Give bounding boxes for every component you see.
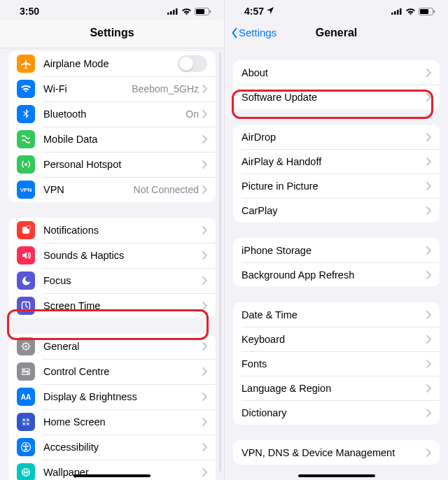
screentime-icon [17, 297, 35, 315]
row-airplay-handoff[interactable]: AirPlay & Handoff [233, 149, 440, 174]
row-wi-fi[interactable]: Wi-FiBeebom_5GHz [8, 76, 216, 101]
row-label: Software Update [241, 92, 426, 103]
row-picture-in-picture[interactable]: Picture in Picture [233, 174, 440, 198]
home-indicator[interactable] [74, 474, 150, 477]
header: Settings [0, 20, 224, 48]
cellular-icon [167, 8, 178, 15]
svg-line-21 [28, 348, 29, 349]
row-label: Date & Time [241, 309, 426, 320]
status-time: 3:50 [20, 6, 39, 17]
svg-point-31 [27, 419, 29, 421]
wifi-icon [181, 8, 192, 15]
row-value: Beebom_5GHz [132, 83, 199, 94]
svg-rect-29 [22, 418, 30, 426]
row-label: Dictionary [241, 407, 426, 418]
row-language-region[interactable]: Language & Region [233, 376, 440, 400]
general-list[interactable]: AboutSoftware UpdateAirDropAirPlay & Han… [225, 48, 448, 480]
svg-point-7 [22, 135, 24, 137]
hotspot-icon [17, 155, 35, 174]
row-iphone-storage[interactable]: iPhone Storage [233, 238, 440, 262]
svg-line-20 [23, 344, 24, 344]
settings-group: VPN, DNS & Device Management [233, 440, 440, 465]
row-mobile-data[interactable]: Mobile Data [8, 127, 216, 152]
status-time: 4:57 [244, 6, 274, 17]
back-button[interactable]: Settings [230, 27, 276, 38]
scrollbar[interactable] [219, 52, 221, 472]
svg-line-23 [28, 344, 29, 344]
row-carplay[interactable]: CarPlay [233, 198, 440, 223]
wifi-icon [405, 8, 416, 15]
toggle[interactable] [178, 55, 207, 72]
svg-point-27 [27, 373, 29, 374]
row-focus[interactable]: Focus [8, 268, 216, 293]
svg-rect-24 [22, 369, 30, 371]
row-sounds-haptics[interactable]: Sounds & Haptics [8, 243, 216, 268]
row-software-update[interactable]: Software Update [233, 85, 440, 109]
general-screen: 4:57 Settings General AboutSoftware Upda… [224, 0, 448, 480]
chevron-right-icon [426, 384, 431, 393]
row-about[interactable]: About [233, 60, 440, 85]
status-icons [167, 8, 211, 15]
row-personal-hotspot[interactable]: Personal Hotspot [8, 152, 216, 177]
row-airdrop[interactable]: AirDrop [233, 125, 440, 149]
row-keyboard[interactable]: Keyboard [233, 327, 440, 351]
page-title: Settings [90, 27, 134, 38]
row-label: VPN [43, 184, 134, 195]
chevron-right-icon [202, 393, 207, 401]
notifications-icon [17, 221, 35, 239]
row-screen-time[interactable]: Screen Time [8, 293, 216, 318]
chevron-right-icon [426, 271, 431, 279]
row-vpn[interactable]: VPNVPNNot Connected [8, 177, 216, 202]
row-label: Fonts [241, 358, 426, 369]
chevron-right-icon [202, 226, 207, 234]
display-icon: AA [17, 388, 35, 406]
row-home-screen[interactable]: Home Screen [8, 409, 216, 435]
battery-icon [195, 8, 211, 15]
svg-rect-43 [434, 10, 435, 13]
svg-text:VPN: VPN [20, 187, 31, 193]
row-label: AirDrop [241, 132, 426, 143]
settings-group: Airplane ModeWi-FiBeebom_5GHzBluetoothOn… [8, 51, 216, 202]
row-label: General [43, 341, 202, 352]
row-label: Focus [43, 275, 202, 286]
status-bar: 3:50 [0, 0, 224, 20]
svg-point-9 [24, 163, 27, 166]
row-fonts[interactable]: Fonts [233, 351, 440, 376]
chevron-right-icon [202, 110, 207, 118]
chevron-right-icon [426, 335, 431, 344]
svg-rect-5 [196, 9, 204, 14]
row-vpn-dns-device-management[interactable]: VPN, DNS & Device Management [233, 440, 440, 465]
focus-icon [17, 271, 35, 290]
row-accessibility[interactable]: Accessibility [8, 435, 216, 460]
row-airplane-mode[interactable]: Airplane Mode [8, 51, 216, 76]
bluetooth-icon [17, 105, 35, 123]
row-label: CarPlay [241, 205, 426, 216]
row-notifications[interactable]: Notifications [8, 218, 216, 243]
row-dictionary[interactable]: Dictionary [233, 400, 440, 425]
svg-rect-38 [394, 11, 396, 15]
settings-group: Date & TimeKeyboardFontsLanguage & Regio… [233, 302, 440, 425]
row-control-centre[interactable]: Control Centre [8, 359, 216, 384]
row-general[interactable]: General [8, 334, 216, 359]
row-label: Screen Time [43, 300, 202, 311]
row-bluetooth[interactable]: BluetoothOn [8, 101, 216, 127]
svg-rect-37 [391, 13, 393, 15]
status-icons [391, 8, 435, 15]
home-indicator[interactable] [298, 474, 375, 477]
svg-point-25 [23, 369, 24, 371]
settings-list[interactable]: Airplane ModeWi-FiBeebom_5GHzBluetoothOn… [0, 48, 224, 480]
chevron-right-icon [202, 276, 207, 285]
row-background-app-refresh[interactable]: Background App Refresh [233, 262, 440, 287]
row-date-time[interactable]: Date & Time [233, 302, 440, 327]
row-display-brightness[interactable]: AADisplay & Brightness [8, 384, 216, 409]
row-label: Bluetooth [43, 108, 186, 120]
settings-group: AirDropAirPlay & HandoffPicture in Pictu… [233, 125, 440, 223]
settings-group: NotificationsSounds & HapticsFocusScreen… [8, 218, 216, 318]
svg-point-15 [24, 345, 27, 347]
row-label: Display & Brightness [43, 391, 202, 402]
row-label: About [241, 67, 426, 78]
chevron-right-icon [202, 302, 207, 310]
chevron-right-icon [202, 418, 207, 426]
wifi-icon [17, 80, 35, 98]
chevron-right-icon [202, 251, 207, 260]
